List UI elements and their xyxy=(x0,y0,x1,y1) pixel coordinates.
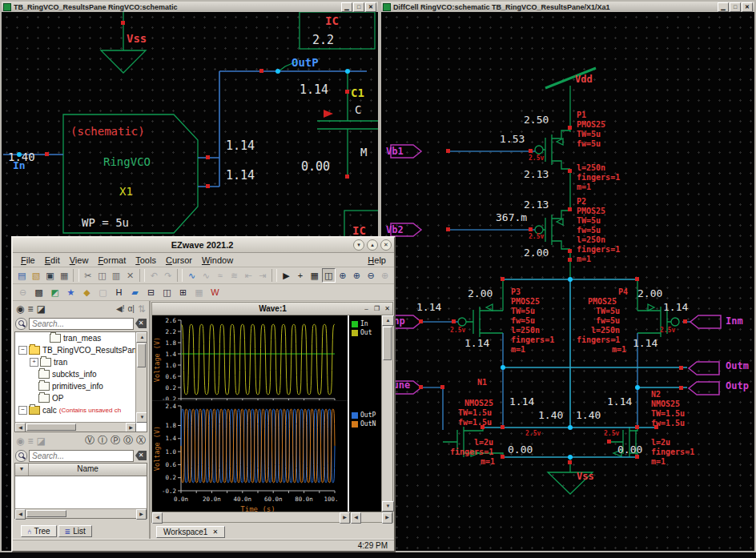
minimize-icon[interactable]: ▁ xyxy=(341,2,352,12)
maximize-icon[interactable]: ❐ xyxy=(372,305,382,312)
taskbar[interactable] xyxy=(0,552,756,558)
paste-icon[interactable]: ▥ xyxy=(110,268,123,283)
maximize-icon[interactable]: ▴ xyxy=(367,239,378,251)
zoom-out-icon[interactable]: ⊖ xyxy=(364,268,378,283)
find-icon[interactable]: ◉ xyxy=(16,436,24,447)
tree-item-calc[interactable]: −calc(Contains unsaved ch xyxy=(15,404,136,416)
tree-item-tran_meas[interactable]: tran_meas xyxy=(15,332,136,344)
sound-icon[interactable]: ◀! xyxy=(116,304,124,313)
scroll-left-icon[interactable]: ◀ xyxy=(152,512,163,524)
menu-help[interactable]: Help xyxy=(363,255,391,266)
grid-icon[interactable]: ▦ xyxy=(308,268,321,283)
waveform-compare-icon[interactable]: W xyxy=(207,285,223,299)
scroll-up-icon[interactable]: ▲ xyxy=(136,332,147,343)
tab-list[interactable]: ≣List xyxy=(58,525,92,537)
tile-horizontal-icon[interactable]: ⊟ xyxy=(143,285,159,299)
next-signal-icon[interactable]: ⇥ xyxy=(255,268,269,283)
tree-item-tb_ringvco_resultspan[interactable]: −TB_RingVCO_ResultsPan xyxy=(15,344,136,356)
legend-entry-out[interactable]: Out xyxy=(352,329,381,336)
legend-entry-outn[interactable]: OutN xyxy=(352,420,381,428)
copy-icon[interactable]: ◫ xyxy=(95,268,109,283)
results-table-header[interactable]: ▼ Name xyxy=(14,463,147,476)
minimize-icon[interactable]: – xyxy=(361,305,372,312)
scroll-left-icon[interactable]: ◀ xyxy=(15,423,26,432)
wave-horizontal-scrollbar[interactable]: ◀ ▶ xyxy=(152,512,350,522)
tree-horizontal-scrollbar[interactable]: ◀ ▶ xyxy=(15,422,136,432)
duplicate-icon[interactable]: ◪ xyxy=(37,303,46,315)
right-schematic-canvas[interactable]: VddP1PMOS25TW=5ufw=5ul=250nfingers=1m=12… xyxy=(381,12,754,551)
scroll-down-icon[interactable]: ▼ xyxy=(382,501,394,512)
signals-search-input[interactable] xyxy=(29,318,134,330)
expander-icon[interactable]: − xyxy=(18,406,27,415)
wave-vertical-scrollbar[interactable]: ▲ ▼ xyxy=(381,315,392,512)
tree-item-primitives_info[interactable]: primitives_info xyxy=(15,380,136,392)
other-filter-icon[interactable]: Ⓞ xyxy=(123,434,133,448)
close-icon[interactable]: ✕ xyxy=(212,528,218,536)
maximize-icon[interactable]: □ xyxy=(730,2,741,12)
hierarchy-icon[interactable]: ≡ xyxy=(27,303,33,315)
results-horizontal-scrollbar[interactable]: ◀ ▶ xyxy=(15,508,147,518)
tile-grid-icon[interactable]: ⊞ xyxy=(175,285,191,299)
analysis-icon[interactable]: ◆ xyxy=(79,285,94,299)
scroll-right-icon[interactable]: ▶ xyxy=(340,512,350,524)
wave-plots[interactable]: 2.62.21.81.41.00.60.2-0.2Voltage (V) 2.4… xyxy=(152,315,348,512)
workspace-tab[interactable]: Workspace1 ✕ xyxy=(156,526,225,538)
expander-icon[interactable]: − xyxy=(18,346,27,355)
scroll-left-icon[interactable]: ◀ xyxy=(15,509,26,520)
right-window-titlebar[interactable]: DiffCell RingVCO:schematic TB_RingVCO_Re… xyxy=(381,2,754,12)
ezwave-titlebar[interactable]: EZwave 2021.2 ▾▴✕ xyxy=(13,238,394,253)
redo-icon[interactable]: ↷ xyxy=(162,268,175,283)
zoom-full-icon[interactable]: ⊕ xyxy=(350,268,364,283)
scroll-right-icon[interactable]: ▶ xyxy=(126,423,136,432)
close-icon[interactable]: ✕ xyxy=(382,305,392,312)
tile-vertical-icon[interactable]: ◫ xyxy=(159,285,175,299)
menu-format[interactable]: Format xyxy=(93,255,131,266)
scroll-up-icon[interactable]: ▲ xyxy=(382,315,394,326)
report-icon[interactable]: ▢ xyxy=(95,285,111,299)
voltage-filter-icon[interactable]: Ⓥ xyxy=(85,434,94,448)
expression-filter-icon[interactable]: Ⓧ xyxy=(136,434,146,448)
menu-edit[interactable]: Edit xyxy=(40,255,65,266)
tree-item-subckts_info[interactable]: subckts_info xyxy=(15,368,136,380)
pan-icon[interactable]: ▶ xyxy=(279,268,293,283)
menu-cursor[interactable]: Cursor xyxy=(161,255,197,266)
tree-item-tran[interactable]: +tran xyxy=(15,356,136,368)
undo-icon[interactable]: ↶ xyxy=(147,268,161,283)
open-database-icon[interactable]: ▤ xyxy=(15,268,29,283)
power-filter-icon[interactable]: Ⓟ xyxy=(111,434,120,448)
minimize-icon[interactable]: ▁ xyxy=(718,2,729,12)
zoom-cursor-icon[interactable]: ⊖ xyxy=(15,285,30,299)
zoom-area-icon[interactable]: ⊕ xyxy=(378,268,392,283)
search-icon[interactable] xyxy=(15,318,27,330)
minimize-icon[interactable]: ▾ xyxy=(353,239,364,251)
snapshot-icon[interactable]: ▩ xyxy=(31,285,46,299)
window-layout-icon[interactable]: ▦ xyxy=(191,285,207,299)
calculator-icon[interactable]: ★ xyxy=(63,285,78,299)
menu-file[interactable]: File xyxy=(16,255,40,266)
find-icon[interactable]: ◉ xyxy=(16,303,24,315)
close-icon[interactable]: ✕ xyxy=(380,239,392,251)
results-list[interactable]: ◀ ▶ xyxy=(14,476,147,519)
hierarchy-icon[interactable]: ≡ xyxy=(27,436,33,447)
left-window-titlebar[interactable]: TB_RingVCO_ResultsPane RingVCO:schematic… xyxy=(2,2,378,12)
cursor-h-icon[interactable]: H xyxy=(111,285,127,299)
scroll-right-icon[interactable]: ▶ xyxy=(136,509,147,520)
menu-window[interactable]: Window xyxy=(197,255,238,266)
search-icon[interactable] xyxy=(15,450,27,462)
delete-icon[interactable]: ✕ xyxy=(123,268,137,283)
open-session-icon[interactable]: ▧ xyxy=(30,268,43,283)
filter-dropdown-icon[interactable]: ▼ xyxy=(15,464,29,476)
measure-icon[interactable]: ◩ xyxy=(47,285,62,299)
cut-icon[interactable]: ✂ xyxy=(82,268,95,283)
maximize-icon[interactable]: □ xyxy=(353,2,364,12)
menu-view[interactable]: View xyxy=(65,255,94,266)
move-icon[interactable]: + xyxy=(294,268,308,283)
name-column-header[interactable]: Name xyxy=(29,464,147,476)
close-icon[interactable]: ✕ xyxy=(365,2,376,12)
scroll-left-icon[interactable]: ◀ xyxy=(351,512,361,524)
duplicate-icon[interactable]: ◪ xyxy=(37,436,46,447)
overlay-signal-icon[interactable]: ≈ xyxy=(214,268,227,283)
zoom-in-icon[interactable]: ⊕ xyxy=(336,268,350,283)
clear-search-icon[interactable]: ✕ xyxy=(135,319,147,328)
top-plot[interactable]: 2.62.21.81.41.00.60.2-0.2Voltage (V) xyxy=(152,315,338,400)
